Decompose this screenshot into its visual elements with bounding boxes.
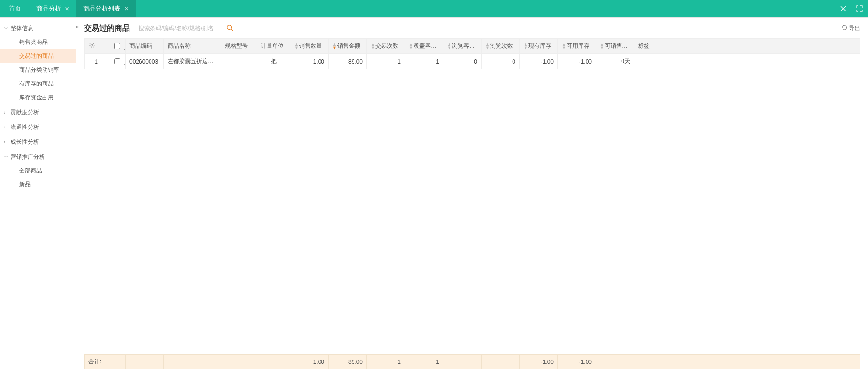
footer-cust-cnt: 1 bbox=[405, 355, 443, 369]
tab-home[interactable]: 首页 bbox=[0, 0, 30, 17]
sidebar-group[interactable]: ›成长性分析 bbox=[0, 135, 76, 149]
tab-home-label: 首页 bbox=[9, 4, 21, 13]
col-settings[interactable] bbox=[85, 39, 108, 54]
table-footer-row: 合计: 1.00 89.00 1 1 -1.00 - bbox=[85, 355, 860, 369]
col-code[interactable]: 商品编码 bbox=[126, 39, 164, 54]
col-cust-cnt[interactable]: ▲▼覆盖客户数 bbox=[405, 39, 443, 54]
search-input[interactable] bbox=[138, 24, 224, 32]
content-header: 交易过的商品 导出 bbox=[76, 18, 868, 38]
footer-sale-qty: 1.00 bbox=[290, 355, 329, 369]
sidebar-item[interactable]: 商品分类动销率 bbox=[0, 63, 76, 77]
chevron-down-icon: ﹀ bbox=[4, 25, 9, 32]
col-sale-qty[interactable]: ▲▼销售数量 bbox=[290, 39, 329, 54]
sidebar: « ﹀整体信息销售类商品交易过的商品商品分类动销率有库存的商品库存资金占用›贡献… bbox=[0, 18, 76, 373]
sidebar-item[interactable]: 全部商品 bbox=[0, 164, 76, 178]
sort-icon: ▲▼ bbox=[485, 43, 489, 50]
sidebar-group[interactable]: ›流通性分析 bbox=[0, 120, 76, 134]
tab-analysis-list-label: 商品分析列表 bbox=[83, 4, 120, 13]
svg-point-2 bbox=[91, 44, 93, 46]
view-cust-value[interactable]: 0 bbox=[474, 58, 477, 65]
close-icon[interactable]: ✕ bbox=[64, 6, 70, 11]
close-icon[interactable]: ✕ bbox=[123, 6, 129, 11]
footer-table: 合计: 1.00 89.00 1 1 -1.00 - bbox=[84, 354, 860, 369]
col-sale-amt[interactable]: ▲▼销售金额 bbox=[329, 39, 367, 54]
sidebar-group[interactable]: ﹀营销推广分析 bbox=[0, 150, 76, 164]
page-title: 交易过的商品 bbox=[84, 23, 130, 33]
sort-icon: ▲▼ bbox=[447, 43, 451, 50]
sidebar-group[interactable]: ›贡献度分析 bbox=[0, 106, 76, 119]
chevron-right-icon: › bbox=[4, 125, 9, 130]
sidebar-group-label: 贡献度分析 bbox=[11, 108, 39, 117]
svg-point-0 bbox=[227, 25, 232, 30]
sidebar-group[interactable]: ﹀整体信息 bbox=[0, 21, 76, 35]
sidebar-group-label: 营销推广分析 bbox=[11, 153, 45, 161]
col-view-cust[interactable]: ▲▼浏览客户数 bbox=[443, 39, 482, 54]
sidebar-group-label: 成长性分析 bbox=[11, 138, 39, 146]
fullscreen-icon[interactable] bbox=[855, 4, 864, 13]
sidebar-item[interactable]: 销售类商品 bbox=[0, 35, 76, 49]
gear-icon bbox=[88, 42, 95, 50]
sidebar-item[interactable]: 新品 bbox=[0, 178, 76, 192]
footer-view-cust bbox=[443, 355, 482, 369]
sort-icon: ▲▼ bbox=[600, 43, 604, 50]
sort-icon: ▲▼ bbox=[294, 43, 298, 50]
chevron-down-icon: ﹀ bbox=[4, 154, 9, 160]
tab-analysis[interactable]: 商品分析 ✕ bbox=[30, 0, 76, 17]
footer-sale-amt: 89.00 bbox=[329, 355, 367, 369]
sidebar-item[interactable]: 交易过的商品 bbox=[0, 49, 76, 63]
col-stock-avail[interactable]: ▲▼可用库存 bbox=[558, 39, 596, 54]
data-table: 商品编码 商品名称 规格型号 计量单位 ▲▼销售数量 ▲▼销售金额 ▲▼交易次数… bbox=[84, 38, 860, 69]
chevron-right-icon: › bbox=[4, 139, 9, 145]
sidebar-group-label: 整体信息 bbox=[11, 24, 33, 32]
footer-tag bbox=[634, 355, 860, 369]
footer-stock-avail: -1.00 bbox=[558, 355, 596, 369]
sidebar-item[interactable]: 有库存的商品 bbox=[0, 77, 76, 91]
tab-analysis-list[interactable]: 商品分析列表 ✕ bbox=[76, 0, 136, 17]
col-view-cnt[interactable]: ▲▼浏览次数 bbox=[482, 39, 520, 54]
table-header-row: 商品编码 商品名称 规格型号 计量单位 ▲▼销售数量 ▲▼销售金额 ▲▼交易次数… bbox=[85, 39, 860, 54]
footer-trade-cnt: 1 bbox=[367, 355, 405, 369]
chevron-right-icon: › bbox=[4, 110, 9, 115]
search-wrap bbox=[138, 24, 233, 32]
content: 交易过的商品 导出 bbox=[76, 18, 868, 373]
col-name[interactable]: 商品名称 bbox=[164, 39, 221, 54]
svg-line-1 bbox=[231, 29, 233, 31]
col-sale-days[interactable]: ▲▼可销售天数 bbox=[596, 39, 634, 54]
col-stock-now[interactable]: ▲▼现有库存 bbox=[520, 39, 558, 54]
sort-icon: ▲▼ bbox=[562, 43, 566, 50]
sort-icon: ▲▼ bbox=[524, 43, 527, 50]
footer-label: 合计: bbox=[85, 355, 126, 369]
select-all-checkbox[interactable] bbox=[114, 43, 120, 49]
col-trade-cnt[interactable]: ▲▼交易次数 bbox=[367, 39, 405, 54]
sidebar-group-label: 流通性分析 bbox=[11, 123, 39, 131]
export-button[interactable]: 导出 bbox=[841, 24, 860, 32]
search-icon[interactable] bbox=[226, 24, 233, 32]
col-checkbox[interactable] bbox=[108, 39, 126, 54]
sidebar-item[interactable]: 库存资金占用 bbox=[0, 91, 76, 105]
footer-view-cnt bbox=[482, 355, 520, 369]
top-tab-bar: 首页 商品分析 ✕ 商品分析列表 ✕ bbox=[0, 0, 868, 17]
close-all-icon[interactable] bbox=[838, 4, 848, 13]
row-checkbox[interactable] bbox=[114, 58, 120, 64]
table-row[interactable]: 1002600003左都胶囊五折遮阳伞防晒伞;把1.0089.001100-1.… bbox=[85, 54, 860, 69]
sort-icon: ▲▼ bbox=[409, 43, 413, 50]
col-spec[interactable]: 规格型号 bbox=[221, 39, 257, 54]
refresh-icon bbox=[841, 25, 847, 32]
tab-analysis-label: 商品分析 bbox=[36, 4, 61, 13]
footer-stock-now: -1.00 bbox=[520, 355, 558, 369]
sort-icon: ▲▼ bbox=[332, 43, 336, 50]
export-label: 导出 bbox=[849, 24, 860, 32]
footer-sale-days bbox=[596, 355, 634, 369]
col-tag[interactable]: 标签 bbox=[634, 39, 860, 54]
sort-icon: ▲▼ bbox=[371, 43, 375, 50]
col-unit[interactable]: 计量单位 bbox=[257, 39, 290, 54]
